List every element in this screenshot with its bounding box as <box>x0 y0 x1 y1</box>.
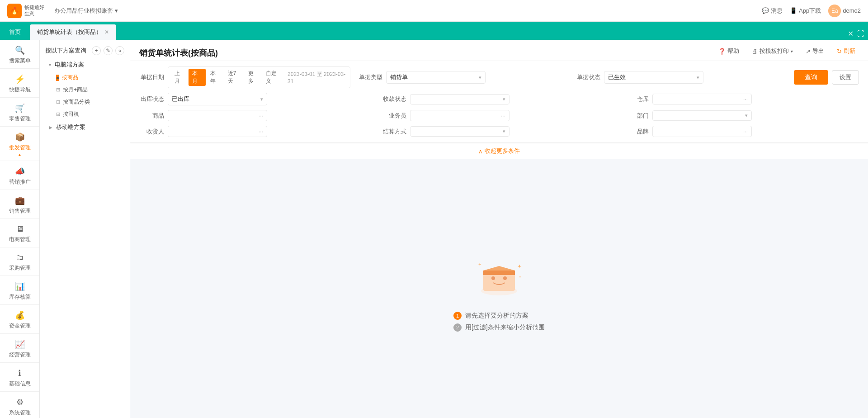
sidebar-item-finance[interactable]: 💰 资金管理 <box>0 305 39 334</box>
type-select[interactable]: 销货单 ▾ <box>386 71 486 84</box>
help-icon: ❓ <box>718 48 726 55</box>
refresh-button[interactable]: ↻ 刷新 <box>833 45 859 57</box>
app-icon: 📱 <box>790 7 797 14</box>
department-arrow-icon: ▾ <box>745 113 748 119</box>
search-menu-icon: 🔍 <box>15 45 25 55</box>
sidebar-item-retail[interactable]: 🛒 零售管理 <box>0 98 39 127</box>
warehouse-more-icon[interactable]: ··· <box>743 96 748 102</box>
sidebar-item-marketing[interactable]: 📣 营销推广 <box>0 161 39 190</box>
sidebar-item-wholesale[interactable]: 📦 批发管理 ▲ <box>0 127 39 161</box>
sidebar-item-ecommerce[interactable]: 🖥 电商管理 <box>0 219 39 247</box>
status-select[interactable]: 已生效 ▾ <box>604 71 703 84</box>
tab-bar: 首页 销货单统计表（按商品） ✕ ✕ ⛶ <box>0 22 868 40</box>
date-tab-this-year[interactable]: 本年 <box>207 69 223 86</box>
sidebar-item-operation-label: 经营管理 <box>9 351 31 359</box>
sidebar-item-purchase[interactable]: 🗂 采购管理 <box>0 247 39 276</box>
salesman-input[interactable] <box>414 112 499 119</box>
product-select[interactable]: ··· <box>168 110 267 121</box>
retail-icon: 🛒 <box>15 103 25 113</box>
date-tab-custom[interactable]: 自定义 <box>262 69 284 86</box>
sidebar-item-inventory[interactable]: 📊 库存核算 <box>0 276 39 305</box>
out-status-select[interactable]: 已出库 ▾ <box>168 93 267 105</box>
payment-select[interactable]: ▾ <box>410 94 509 104</box>
panel-collapse-button[interactable]: « <box>115 46 124 55</box>
sidebar-item-marketing-label: 营销推广 <box>9 178 31 186</box>
status-label: 单据状态 <box>576 73 600 81</box>
sidebar-item-system[interactable]: ⚙ 系统管理 <box>0 392 39 418</box>
tree-item-by-cashier[interactable]: ⊞ 按司机 <box>56 108 130 120</box>
filter-group-product: 商品 ··· <box>139 110 374 121</box>
receiver-more-icon[interactable]: ··· <box>259 128 263 135</box>
collapse-more-button[interactable]: ∧ 收起更多条件 <box>130 143 868 159</box>
tree-desktop[interactable]: ▾ 电脑端方案 <box>40 58 130 71</box>
sidebar-item-operation[interactable]: 📈 经营管理 <box>0 334 39 363</box>
tree-mobile[interactable]: ▶ 移动端方案 <box>40 120 130 134</box>
tab-close-icon[interactable]: ✕ <box>104 29 109 35</box>
sidebar-item-basic[interactable]: ℹ 基础信息 <box>0 363 39 392</box>
message-button[interactable]: 💬 消息 <box>762 7 783 15</box>
setting-button[interactable]: 设置 <box>832 70 859 85</box>
date-filter[interactable]: 上月 本月 本年 近7天 更多 自定义 2023-03-01 至 2023-03… <box>168 66 350 88</box>
panel-add-button[interactable]: + <box>92 46 101 55</box>
sidebar-item-system-label: 系统管理 <box>9 409 31 417</box>
empty-illustration: ✦ ✦ ✦ <box>470 246 528 304</box>
salesman-select[interactable]: ··· <box>410 110 509 121</box>
tree-mobile-expand-icon: ▶ <box>49 125 52 130</box>
product-input[interactable] <box>172 112 257 119</box>
window-close-icon[interactable]: ✕ <box>848 29 854 38</box>
sidebar-item-sales[interactable]: 💼 销售管理 <box>0 190 39 219</box>
filter-group-department: 部门 ▾ <box>624 110 859 121</box>
collapse-label: 收起更多条件 <box>485 147 520 155</box>
date-tab-this-month[interactable]: 本月 <box>189 69 205 86</box>
filter-group-out-status: 出库状态 已出库 ▾ <box>139 93 374 105</box>
sub-icon-1: ⊞ <box>56 87 60 93</box>
filter-group-type: 单据类型 销货单 ▾ <box>358 71 569 84</box>
tree-item-by-month-product-label: 按月+商品 <box>63 86 88 94</box>
empty-step-2-text: 用[过滤]条件来缩小分析范围 <box>465 323 545 332</box>
tree-item-by-month-product[interactable]: ⊞ 按月+商品 <box>56 84 130 96</box>
svg-text:✦: ✦ <box>517 263 522 270</box>
print-button[interactable]: 🖨 按模板打印 ▾ <box>748 45 797 57</box>
user-menu[interactable]: Ea demo2 <box>828 5 861 17</box>
tab-sales-stat[interactable]: 销货单统计表（按商品） ✕ <box>30 24 116 40</box>
help-button[interactable]: ❓ 帮助 <box>715 45 743 57</box>
product-more-icon[interactable]: ··· <box>259 113 263 119</box>
sidebar-item-quick-nav[interactable]: ⚡ 快捷导航 <box>0 69 39 98</box>
tree-item-by-product[interactable]: ● 按商品 <box>56 71 130 84</box>
svg-point-5 <box>491 276 495 280</box>
sidebar-item-search-menu[interactable]: 🔍 搜索菜单 <box>0 40 39 69</box>
app-download-button[interactable]: 📱 App下载 <box>790 7 821 15</box>
receiver-input[interactable] <box>172 128 257 135</box>
date-tab-last7[interactable]: 近7天 <box>224 69 244 86</box>
date-tab-more[interactable]: 更多 <box>245 69 261 86</box>
date-tab-last-month[interactable]: 上月 <box>171 69 188 86</box>
breadcrumb-arrow-icon[interactable]: ▾ <box>115 7 118 14</box>
settlement-select[interactable]: ▾ <box>410 126 509 137</box>
salesman-label: 业务员 <box>382 112 406 120</box>
filter-row-1: 单据日期 上月 本月 本年 近7天 更多 自定义 2023-03-01 至 20… <box>139 66 859 88</box>
salesman-more-icon[interactable]: ··· <box>501 113 505 119</box>
product-label: 商品 <box>139 112 164 120</box>
tree-item-by-category-label: 按商品分类 <box>63 98 90 106</box>
receiver-select[interactable]: ··· <box>168 126 267 137</box>
window-maximize-icon[interactable]: ⛶ <box>857 30 864 38</box>
export-button[interactable]: ↗ 导出 <box>802 45 828 57</box>
status-value: 已生效 <box>608 73 695 81</box>
breadcrumb-text: 办公用品行业模拟账套 <box>54 7 113 15</box>
panel-title: 按以下方案查询 <box>45 47 86 55</box>
header-right: 💬 消息 📱 App下载 Ea demo2 <box>762 5 861 17</box>
receiver-label: 收货人 <box>139 128 164 136</box>
tab-home-label: 首页 <box>9 28 21 36</box>
panel-edit-button[interactable]: ✎ <box>104 46 113 55</box>
sidebar-item-inventory-label: 库存核算 <box>9 293 31 301</box>
query-button[interactable]: 查询 <box>794 70 828 85</box>
logo-area: 🔥 畅捷通好生意 <box>7 4 47 18</box>
action-buttons: 查询 设置 <box>794 70 859 85</box>
tab-home[interactable]: 首页 <box>2 24 28 40</box>
department-select[interactable]: ▾ <box>652 110 752 121</box>
brand-input[interactable] <box>656 128 741 135</box>
tree-item-by-category[interactable]: ⊞ 按商品分类 <box>56 96 130 108</box>
warehouse-select[interactable]: ··· <box>652 94 752 104</box>
brand-more-icon[interactable]: ··· <box>743 128 748 135</box>
brand-select[interactable]: ··· <box>652 126 752 137</box>
